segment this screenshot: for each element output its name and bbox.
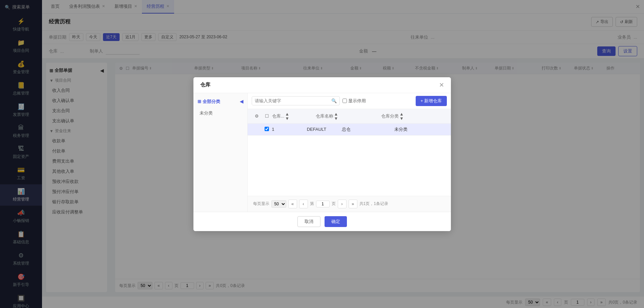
cancel-button[interactable]: 取消 xyxy=(297,216,320,227)
modal-close-btn[interactable]: ✕ xyxy=(439,81,444,89)
modal-col-id: 仓库... ▲▼ xyxy=(272,112,316,121)
modal-left-panel: ⊞ 全部分类 ◀ 未分类 xyxy=(193,93,248,212)
modal-toolbar: 🔍 显示停用 + 新增仓库 xyxy=(248,93,451,109)
modal-table-row[interactable]: 1 DEFAULT 总仓 未分类 xyxy=(248,124,451,136)
modal-total: 共1页，1条记录 xyxy=(359,201,388,207)
modal-overlay: 仓库 ✕ ⊞ 全部分类 ◀ 未分类 xyxy=(0,0,644,308)
modal-collapse-icon[interactable]: ◀ xyxy=(240,99,243,104)
add-warehouse-btn[interactable]: + 新增仓库 xyxy=(416,96,446,106)
modal-right-panel: 🔍 显示停用 + 新增仓库 ⚙ ☐ 仓库... ▲▼ xyxy=(248,93,451,212)
modal-left-header[interactable]: ⊞ 全部分类 ◀ xyxy=(193,96,247,107)
warehouse-modal: 仓库 ✕ ⊞ 全部分类 ◀ 未分类 xyxy=(193,77,451,231)
category-sort-icon[interactable]: ▲▼ xyxy=(399,112,404,121)
modal-actions: 取消 确定 xyxy=(193,212,451,231)
modal-page-input[interactable] xyxy=(316,201,330,207)
modal-title: 仓库 xyxy=(200,82,210,88)
row-checkbox[interactable] xyxy=(262,127,272,132)
modal-search-icon[interactable]: 🔍 xyxy=(329,97,339,105)
row-category: 未分类 xyxy=(394,126,447,132)
id-sort-icon[interactable]: ▲▼ xyxy=(285,112,289,121)
modal-next-btn[interactable]: › xyxy=(338,200,347,208)
modal-col-check-all[interactable]: ☐ xyxy=(262,114,272,119)
modal-table-header: ⚙ ☐ 仓库... ▲▼ 仓库名称 ▲▼ 仓库分类 ▲▼ xyxy=(248,109,451,124)
modal-header: 仓库 ✕ xyxy=(193,77,451,93)
modal-footer: 每页显示 50 « ‹ 第 页 › » 共1页，1条记录 xyxy=(248,196,451,212)
modal-col-name: 仓库名称 ▲▼ xyxy=(316,112,381,121)
modal-per-page-select[interactable]: 50 xyxy=(271,200,286,208)
modal-col-setting-icon[interactable]: ⚙ xyxy=(252,114,262,119)
row-check-input[interactable] xyxy=(265,127,269,131)
modal-body: ⊞ 全部分类 ◀ 未分类 🔍 显示停用 xyxy=(193,93,451,212)
row-id: 1 xyxy=(272,127,307,132)
row-name: 总仓 xyxy=(342,126,394,132)
modal-left-scroll: 未分类 xyxy=(193,107,247,119)
modal-category-unclassified[interactable]: 未分类 xyxy=(193,107,247,119)
confirm-button[interactable]: 确定 xyxy=(325,216,347,227)
modal-prev-btn[interactable]: ‹ xyxy=(299,200,308,208)
row-code: DEFAULT xyxy=(307,127,342,132)
name-sort-icon[interactable]: ▲▼ xyxy=(334,112,338,121)
show-disabled-check[interactable] xyxy=(342,99,347,103)
modal-col-category: 仓库分类 ▲▼ xyxy=(381,112,447,121)
show-disabled-checkbox[interactable]: 显示停用 xyxy=(342,98,366,104)
modal-pagination: 每页显示 50 « ‹ 第 页 › » 共1页，1条记录 xyxy=(253,200,388,208)
modal-first-btn[interactable]: « xyxy=(288,200,297,208)
table-spacer xyxy=(248,136,451,196)
grid-icon-modal: ⊞ xyxy=(198,99,201,104)
modal-last-btn[interactable]: » xyxy=(349,200,357,208)
modal-search-input[interactable] xyxy=(252,97,329,105)
modal-search-box: 🔍 xyxy=(252,96,340,105)
